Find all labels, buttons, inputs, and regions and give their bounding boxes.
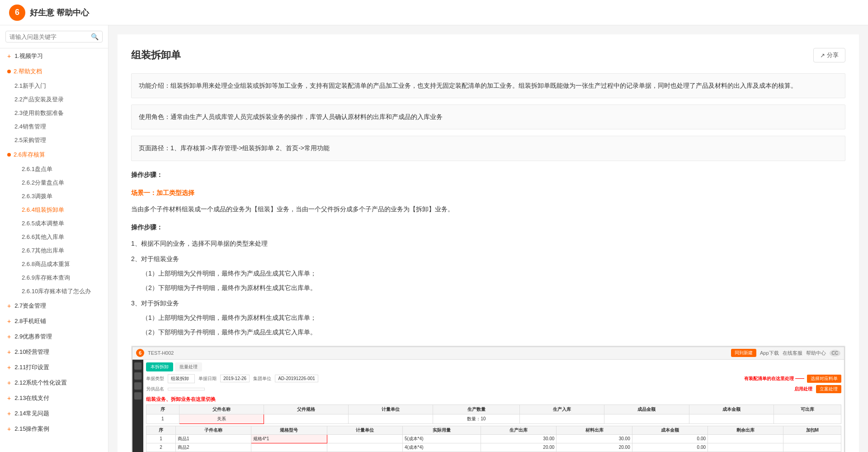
info-block-path: 页面路径：1、库存核算->库存管理->组装拆卸单 2、首页->常用功能 — [131, 136, 845, 161]
sidebar-item-2-6[interactable]: 2.6库存核算 — [0, 147, 108, 162]
screenshot-inner: 6 TEST-H002 同到新建 App下载 在线客服 帮助中心 CC — [132, 347, 844, 452]
mock-table-bottom-row2: 2 商品2 4(成本*4) 20.00 20.00 0.00 — [146, 443, 841, 452]
sidebar-item-2-7[interactable]: + 2.7资金管理 — [0, 298, 108, 314]
sidebar-item-2-11[interactable]: + 2.11打印设置 — [0, 360, 108, 375]
mock-supply-label: 另供品名 — [146, 386, 164, 392]
sidebar-item-2-6-1[interactable]: 2.6.1盘点单 — [0, 162, 108, 176]
scene1-title: 场景一：加工类型选择 — [131, 186, 845, 199]
sidebar-item-2-5[interactable]: 2.5采购管理 — [0, 133, 108, 147]
nav-section-docs-children: 2.1新手入门 2.2产品安装及登录 2.3使用前数据准备 2.4销售管理 2.… — [0, 79, 108, 437]
nav-section-2-6-children: 2.6.1盘点单 2.6.2分量盘点单 2.6.3调拨单 2.6.4组装拆卸单 … — [0, 162, 108, 298]
ops-steps-title: 操作步骤： — [131, 221, 845, 233]
sidebar-item-2-10[interactable]: + 2.10经营管理 — [0, 344, 108, 360]
content-inner: 组装拆卸单 ↗ 分享 功能介绍：组装拆卸单用来处理企业组装或拆卸等加工业务，支持… — [118, 34, 859, 452]
info-feature-text: 功能介绍：组装拆卸单用来处理企业组装或拆卸等加工业务，支持有固定装配清单的产品加… — [139, 80, 838, 91]
sidebar-item-2-3[interactable]: 2.3使用前数据准备 — [0, 106, 108, 120]
sidebar-item-2-6-7[interactable]: 2.6.7其他出库单 — [0, 244, 108, 257]
page-title-bar: 组装拆卸单 ↗ 分享 — [131, 48, 845, 62]
mock-assembly-label: 集团单位 — [253, 376, 271, 382]
mock-table-top-row1: 1 关系 数量：10 — [146, 414, 841, 423]
plus-icon-2-14: + — [7, 410, 11, 417]
sidebar-item-video[interactable]: + 1.视频学习 — [0, 48, 108, 64]
share-icon: ↗ — [820, 52, 825, 59]
search-icon: 🔍 — [91, 33, 99, 40]
sidebar-item-2-13[interactable]: + 2.13在线支付 — [0, 390, 108, 406]
mock-logo: 6 — [136, 349, 144, 357]
plus-icon: + — [7, 52, 11, 60]
sidebar-item-2-6-9[interactable]: 2.6.9库存账本查询 — [0, 271, 108, 285]
mock-table-top-header: 序 父件名称 父件规格 计量单位 生产数量 生产入库 成品金额 成本金额 可出库 — [146, 404, 841, 414]
sidebar-item-2-13-label: 2.13在线支付 — [14, 394, 49, 402]
mock-sidebar-icon1 — [134, 362, 142, 370]
sidebar-item-2-2[interactable]: 2.2产品安装及登录 — [0, 93, 108, 106]
sidebar-item-2-8[interactable]: + 2.8手机旺铺 — [0, 314, 108, 329]
mock-form-area: 本拆拆卸 批量处理 单据类型 组装拆卸 单据日期 2019-12-26 集团单位… — [143, 360, 844, 452]
sidebar-item-2-4[interactable]: 2.4销售管理 — [0, 120, 108, 133]
mock-btn-enable: 立案处理 — [816, 385, 841, 393]
sidebar-item-2-6-4[interactable]: 2.6.4组装拆卸单 — [0, 203, 108, 217]
search-input[interactable] — [9, 33, 91, 40]
mock-table-bottom-row1: 1 商品1 规格4*1 5(成本*4) 30.00 30.00 0.00 — [146, 434, 841, 443]
share-button[interactable]: ↗ 分享 — [813, 48, 845, 62]
mock-right-btns: 有装配清单的在这里处理 —— 选择对应料单 — [322, 375, 841, 383]
screenshot-container: 6 TEST-H002 同到新建 App下载 在线客服 帮助中心 CC — [131, 346, 845, 452]
sidebar-item-2-12[interactable]: + 2.12系统个性化设置 — [0, 375, 108, 390]
mock-supply-value — [168, 388, 205, 390]
content-area: 组装拆卸单 ↗ 分享 功能介绍：组装拆卸单用来处理企业组装或拆卸等加工业务，支持… — [108, 25, 868, 452]
sidebar-item-2-6-2[interactable]: 2.6.2分量盘点单 — [0, 176, 108, 190]
plus-icon-2-9: + — [7, 333, 11, 340]
mock-type-value: 组装拆卸 — [168, 374, 195, 383]
info-block-feature: 功能介绍：组装拆卸单用来处理企业组装或拆卸等加工业务，支持有固定装配清单的产品加… — [131, 73, 845, 98]
sidebar-item-2-7-label: 2.7资金管理 — [14, 302, 46, 310]
logo: 6 好生意 帮助中心 — [9, 5, 118, 21]
dot-icon-2-6 — [7, 153, 11, 157]
mock-sidebar-icon4 — [134, 392, 142, 400]
mock-tabs: 本拆拆卸 批量处理 — [146, 362, 841, 371]
sidebar-item-2-1[interactable]: 2.1新手入门 — [0, 79, 108, 93]
sidebar-item-2-14[interactable]: + 2.14常见问题 — [0, 406, 108, 421]
sidebar-item-docs[interactable]: 2.帮助文档 — [0, 64, 108, 79]
mock-top-bar: 6 TEST-H002 同到新建 App下载 在线客服 帮助中心 CC — [132, 347, 844, 360]
mock-btn-select: 选择对应料单 — [807, 375, 841, 383]
step1: 1、根据不同的业务，选择不同单据的类型来处理 — [131, 237, 845, 250]
mock-table-top: 序 父件名称 父件规格 计量单位 生产数量 生产入库 成品金额 成本金额 可出库 — [146, 404, 841, 424]
scene1-desc: 当由多个子件材料组装成一个成品的业务为【组装】业务，当由一个父件拆分成多个子产品… — [131, 203, 845, 215]
dot-icon — [7, 70, 11, 73]
plus-icon-2-13: + — [7, 395, 11, 402]
annotation2-row: 组装业务、拆卸业务在这里切换 — [146, 396, 841, 403]
mock-table-bottom-header: 序 子件名称 规格型号 计量单位 实际用量 生产出库 材料出库 成本金额 剩余出 — [146, 426, 841, 434]
sidebar-item-2-11-label: 2.11打印设置 — [14, 363, 49, 371]
sidebar-item-2-15[interactable]: + 2.15操作案例 — [0, 421, 108, 437]
mock-sidebar — [132, 360, 143, 452]
plus-icon-2-11: + — [7, 364, 11, 371]
sidebar-item-2-6-5[interactable]: 2.6.5成本调整单 — [0, 217, 108, 230]
mock-sidebar-icon3 — [134, 382, 142, 390]
info-path-text: 页面路径：1、库存核算->库存管理->组装拆卸单 2、首页->常用功能 — [139, 143, 838, 154]
share-label: 分享 — [827, 51, 839, 59]
plus-icon-2-12: + — [7, 379, 11, 386]
step2-2: （2）下部明细为子件明细，最终作为原材料生成其它出库单。 — [142, 281, 845, 294]
sidebar-item-2-9[interactable]: + 2.9优惠券管理 — [0, 329, 108, 344]
mock-sidebar-icon2 — [134, 372, 142, 380]
sidebar-item-2-14-label: 2.14常见问题 — [14, 409, 49, 418]
mock-code: TEST-H002 — [148, 350, 174, 356]
search-box: 🔍 — [0, 25, 108, 48]
mock-btn-new: 同到新建 — [731, 349, 756, 357]
sidebar-item-2-6-8[interactable]: 2.6.8商品成本重算 — [0, 257, 108, 271]
sidebar-item-docs-label: 2.帮助文档 — [14, 67, 42, 76]
mock-tab-inactive: 批量处理 — [175, 362, 202, 371]
app-name: 好生意 帮助中心 — [30, 7, 89, 18]
sidebar-item-2-6-3[interactable]: 2.6.3调拨单 — [0, 190, 108, 203]
info-block-role: 使用角色：通常由生产人员或库管人员完成拆装业务的操作，库管人员确认原材料的出库和… — [131, 105, 845, 129]
mock-help: 帮助中心 — [806, 350, 826, 357]
sidebar-item-2-12-label: 2.12系统个性化设置 — [14, 379, 67, 387]
step3-2: （2）下部明细为子件明细，最终作为产成品生成其它入库单。 — [142, 326, 845, 338]
sidebar-item-2-6-6[interactable]: 2.6.6其他入库单 — [0, 230, 108, 244]
steps-content: 操作步骤： 场景一：加工类型选择 当由多个子件材料组装成一个成品的业务为【组装】… — [131, 168, 845, 338]
search-wrapper[interactable]: 🔍 — [5, 31, 103, 43]
page-title: 组装拆卸单 — [131, 48, 181, 62]
plus-icon-2-10: + — [7, 348, 11, 356]
mock-form-row1: 单据类型 组装拆卸 单据日期 2019-12-26 集团单位 AD-201912… — [146, 374, 841, 383]
sidebar-item-2-6-10[interactable]: 2.6.10库存账本错了怎么办 — [0, 285, 108, 298]
step3: 3、对于拆卸业务 — [131, 297, 845, 309]
